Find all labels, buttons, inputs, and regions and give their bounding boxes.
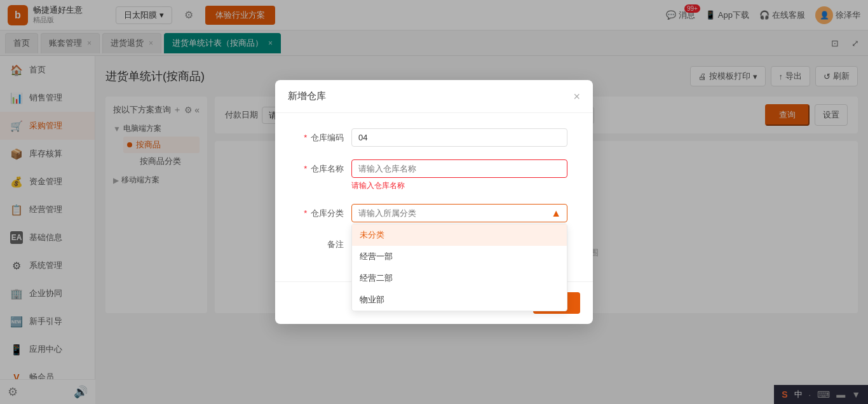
warehouse-name-control: 请输入仓库名称	[351, 159, 567, 191]
category-option-dept1[interactable]: 经营一部	[352, 246, 567, 267]
warehouse-code-label: * 仓库编码	[301, 128, 351, 144]
warehouse-category-label: * 仓库分类	[301, 204, 351, 219]
warehouse-code-input[interactable]	[351, 128, 567, 147]
modal-overlay[interactable]: 新增仓库 × * 仓库编码 * 仓库名称	[0, 0, 868, 404]
warehouse-name-row: * 仓库名称 请输入仓库名称	[301, 159, 567, 191]
warehouse-remark-label: 备注	[301, 235, 351, 250]
category-option-uncategorized[interactable]: 未分类	[352, 224, 567, 246]
warehouse-category-input[interactable]	[351, 204, 567, 222]
category-dropdown: 未分类 经营一部 经营二部 物业部	[351, 224, 567, 311]
warehouse-name-error: 请输入仓库名称	[351, 180, 567, 191]
warehouse-code-control	[351, 128, 567, 147]
modal-title: 新增仓库	[288, 90, 326, 102]
warehouse-category-control: ▲ 未分类 经营一部 经营二部 物业部	[351, 204, 567, 222]
warehouse-code-row: * 仓库编码	[301, 128, 567, 147]
warehouse-category-row: * 仓库分类 ▲ 未分类 经营一部 经营二部 物业部	[301, 204, 567, 222]
new-warehouse-modal: 新增仓库 × * 仓库编码 * 仓库名称	[275, 80, 593, 324]
warehouse-name-input[interactable]	[351, 159, 567, 178]
category-option-property[interactable]: 物业部	[352, 289, 567, 311]
modal-header: 新增仓库 ×	[275, 80, 593, 113]
modal-body: * 仓库编码 * 仓库名称 请输入仓库名称	[275, 113, 593, 281]
warehouse-name-label: * 仓库名称	[301, 159, 351, 175]
modal-close-btn[interactable]: ×	[573, 91, 580, 102]
category-option-dept2[interactable]: 经营二部	[352, 267, 567, 289]
category-toggle-icon[interactable]: ▲	[551, 208, 561, 219]
